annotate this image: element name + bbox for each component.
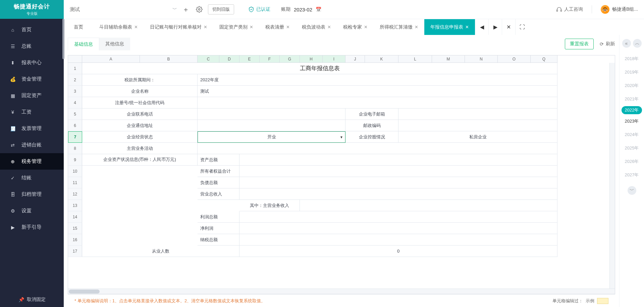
rail-down-button[interactable]: ﹀ <box>628 186 636 195</box>
cell[interactable]: 税款所属期间： <box>82 74 198 86</box>
year-2025年[interactable]: 2025年 <box>625 142 639 155</box>
scrollbar-thumb[interactable] <box>69 290 100 294</box>
row-header[interactable]: 10 <box>68 166 82 177</box>
cell[interactable]: 营业总收入 <box>198 188 239 200</box>
row-header[interactable]: 13 <box>68 200 82 211</box>
cell[interactable]: 企业通信地址 <box>82 120 198 131</box>
refresh-button[interactable]: ⟳ 刷新 <box>600 41 615 47</box>
calendar-icon[interactable]: 📅 <box>316 7 321 12</box>
rail-collapse-button[interactable]: « <box>622 39 631 48</box>
close-icon[interactable]: ✕ <box>134 25 138 30</box>
cell[interactable] <box>239 177 557 188</box>
user-menu[interactable]: 🐯 畅捷通B组... <box>601 5 638 14</box>
subtab-1[interactable]: 其他信息 <box>99 38 130 50</box>
cell[interactable]: 企业控股情况 <box>345 131 398 143</box>
close-icon[interactable]: ✕ <box>465 25 469 30</box>
cell[interactable] <box>239 154 557 166</box>
vertical-scrollbar[interactable] <box>609 63 615 289</box>
cell[interactable]: 邮政编码 <box>345 120 398 131</box>
cell[interactable] <box>300 200 557 211</box>
col-header[interactable]: K <box>365 55 398 63</box>
tab-5[interactable]: 税负波动表✕ <box>296 19 337 35</box>
nav-item-5[interactable]: ¥工资 <box>0 104 64 120</box>
year-2022年[interactable]: 2022年 <box>622 106 642 114</box>
close-icon[interactable]: ✕ <box>286 25 290 30</box>
cell[interactable]: 工商年报信息表 <box>82 63 557 74</box>
row-header[interactable]: 8 <box>68 143 82 154</box>
cell[interactable] <box>198 143 557 154</box>
year-2018年[interactable]: 2018年 <box>625 52 639 65</box>
cell[interactable] <box>398 108 557 120</box>
cell[interactable]: 测试 <box>198 86 557 97</box>
row-header[interactable]: 16 <box>68 234 82 246</box>
tab-close-all[interactable]: ✕ <box>502 19 515 35</box>
col-header[interactable]: F <box>260 55 280 63</box>
close-icon[interactable]: ✕ <box>250 25 253 30</box>
close-icon[interactable]: ✕ <box>364 25 368 30</box>
nav-item-12[interactable]: ▶新手引导 <box>0 219 64 235</box>
cell[interactable] <box>239 234 557 246</box>
tab-6[interactable]: 税检专家✕ <box>337 19 374 35</box>
fullscreen-button[interactable]: ⛶ <box>515 19 529 35</box>
col-header[interactable]: G <box>280 55 300 63</box>
row-header[interactable]: 15 <box>68 223 82 234</box>
cell[interactable]: 其中：主营业务收入 <box>239 200 300 211</box>
col-header[interactable]: O <box>498 55 531 63</box>
tab-2[interactable]: 日记账与银行对账单核对✕ <box>144 19 213 35</box>
nav-item-0[interactable]: ⌂首页 <box>0 21 64 38</box>
row-header[interactable]: 1 <box>68 63 82 74</box>
row-header[interactable]: 7 <box>68 131 82 143</box>
reset-report-button[interactable]: 重置报表 <box>565 39 594 49</box>
year-2023年[interactable]: 2023年 <box>625 115 639 128</box>
cell[interactable]: 资产总额 <box>198 154 239 166</box>
row-header[interactable]: 2 <box>68 74 82 86</box>
cell[interactable]: 2022年度 <box>198 74 557 86</box>
horizontal-scrollbar[interactable] <box>68 289 615 294</box>
add-button[interactable]: ＋ <box>181 5 191 14</box>
col-header[interactable]: Q <box>531 55 557 63</box>
cell[interactable] <box>239 211 557 223</box>
cell[interactable]: 从业人数 <box>82 246 239 257</box>
nav-item-11[interactable]: ⚙设置 <box>0 203 64 219</box>
tab-scroll-left[interactable]: ◀ <box>475 19 488 35</box>
row-header[interactable]: 5 <box>68 108 82 120</box>
nav-item-7[interactable]: ⇄进销台账 <box>0 137 64 153</box>
row-header[interactable]: 11 <box>68 177 82 188</box>
col-header[interactable]: B <box>140 55 198 63</box>
cell[interactable]: 企业资产状况信息(币种：人民币万元) <box>82 154 198 166</box>
cell[interactable] <box>398 120 557 131</box>
year-2020年[interactable]: 2020年 <box>625 79 639 92</box>
col-header[interactable]: L <box>398 55 432 63</box>
row-header[interactable]: 6 <box>68 120 82 131</box>
cell[interactable] <box>198 120 345 131</box>
tab-4[interactable]: 税表清册✕ <box>259 19 296 35</box>
col-header[interactable]: I <box>323 55 345 63</box>
col-header[interactable]: A <box>82 55 140 63</box>
col-header[interactable]: C <box>198 55 219 63</box>
old-version-button[interactable]: 切到旧版 <box>208 4 234 14</box>
col-header[interactable]: E <box>239 55 260 63</box>
cell[interactable]: 企业名称 <box>82 86 198 97</box>
unpin-button[interactable]: 📌 取消固定 <box>0 292 64 307</box>
nav-item-1[interactable]: ☰总账 <box>0 38 64 54</box>
nav-item-8[interactable]: ⊕税务管理 <box>0 153 64 170</box>
settings-icon-button[interactable] <box>195 5 204 14</box>
year-2024年[interactable]: 2024年 <box>625 128 639 141</box>
subtab-0[interactable]: 基础信息 <box>68 38 99 50</box>
cell[interactable]: 纳税总额 <box>198 234 239 246</box>
cell[interactable]: 私营企业 <box>398 131 557 143</box>
nav-item-9[interactable]: ✓结账 <box>0 170 64 186</box>
year-2026年[interactable]: 2026年 <box>625 155 639 168</box>
cell[interactable]: 负债总额 <box>198 177 239 188</box>
row-header[interactable]: 3 <box>68 86 82 97</box>
tab-7[interactable]: 所得税汇算清缴✕ <box>374 19 424 35</box>
cell[interactable]: 所有者权益合计 <box>198 166 239 177</box>
tab-8[interactable]: 年报信息申报表✕ <box>424 19 475 35</box>
col-header[interactable] <box>68 55 82 63</box>
cell[interactable] <box>239 188 557 200</box>
tab-scroll-right[interactable]: ▶ <box>488 19 502 35</box>
row-header[interactable]: 14 <box>68 211 82 223</box>
cell[interactable]: 注册号/统一社会信用代码 <box>82 97 198 108</box>
cell[interactable]: 企业经营状态 <box>82 131 198 143</box>
year-2021年[interactable]: 2021年 <box>625 93 639 105</box>
